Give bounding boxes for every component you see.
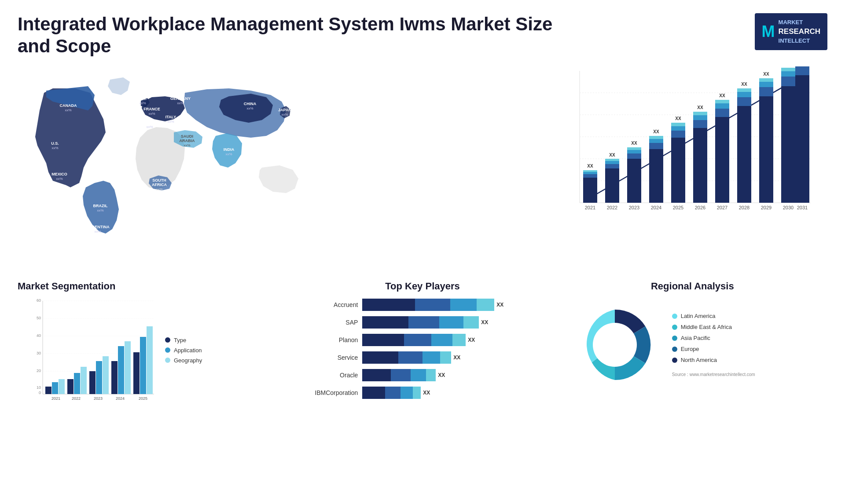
svg-rect-136 bbox=[140, 337, 146, 394]
kp-bar-sap: XX bbox=[362, 316, 544, 329]
key-players-list: Accruent XX SAP bbox=[301, 299, 544, 399]
svg-text:xx%: xx% bbox=[184, 143, 190, 147]
svg-rect-65 bbox=[671, 138, 685, 203]
seg-chart-svg: 60 50 40 30 20 10 0 bbox=[33, 296, 156, 402]
svg-text:xx%: xx% bbox=[225, 152, 232, 156]
kp-label-accruent: Accruent bbox=[301, 301, 358, 308]
svg-text:XX: XX bbox=[763, 72, 769, 77]
legend-geography: Geography bbox=[165, 357, 202, 364]
key-players-section: Top Key Players Accruent XX SAP bbox=[287, 276, 557, 491]
kp-row-oracle: Oracle XX bbox=[301, 369, 544, 381]
svg-text:xx%: xx% bbox=[167, 120, 174, 124]
kp-bar-accruent-inner bbox=[362, 299, 494, 311]
svg-rect-42 bbox=[583, 174, 597, 178]
regional-section: Regional Analysis bbox=[558, 276, 827, 491]
legend-geo-dot bbox=[165, 358, 170, 363]
kp-xx-ibm: XX bbox=[423, 390, 430, 396]
svg-rect-125 bbox=[81, 367, 87, 394]
svg-text:xx%: xx% bbox=[56, 177, 62, 181]
svg-rect-91 bbox=[759, 82, 773, 87]
kp-bar-service: XX bbox=[362, 351, 544, 364]
svg-text:XX: XX bbox=[587, 164, 593, 168]
kp-xx-service: XX bbox=[453, 354, 460, 361]
legend-mea-label: Middle East & Africa bbox=[681, 324, 732, 330]
svg-rect-123 bbox=[67, 379, 73, 394]
svg-rect-77 bbox=[715, 117, 729, 203]
legend-lat-am: Latin America bbox=[672, 313, 755, 319]
legend-app-label: Application bbox=[174, 347, 202, 354]
svg-text:xx%: xx% bbox=[156, 187, 162, 191]
svg-text:2024: 2024 bbox=[116, 396, 125, 401]
kp-label-ibm: IBMCorporation bbox=[301, 389, 358, 396]
svg-text:2022: 2022 bbox=[72, 396, 81, 401]
legend-type-dot bbox=[165, 337, 170, 343]
svg-rect-84 bbox=[737, 97, 751, 106]
svg-text:CHINA: CHINA bbox=[244, 102, 257, 106]
seg-chart-area: 60 50 40 30 20 10 0 bbox=[18, 296, 287, 404]
kp-label-service: Service bbox=[301, 354, 358, 361]
svg-text:2031: 2031 bbox=[797, 205, 807, 210]
svg-rect-80 bbox=[715, 100, 729, 103]
svg-text:10: 10 bbox=[37, 385, 41, 390]
svg-text:U.K.: U.K. bbox=[139, 96, 147, 101]
svg-text:SAUDI: SAUDI bbox=[181, 134, 193, 139]
svg-rect-50 bbox=[605, 159, 619, 161]
legend-app-dot bbox=[165, 347, 170, 353]
svg-rect-78 bbox=[715, 109, 729, 117]
svg-rect-43 bbox=[583, 172, 597, 174]
bar-chart-section: XX 2021 XX 2022 XX 2023 bbox=[558, 62, 827, 277]
svg-text:JAPAN: JAPAN bbox=[278, 108, 291, 112]
kp-bar-accruent: XX bbox=[362, 299, 544, 311]
svg-rect-86 bbox=[737, 88, 751, 92]
svg-text:xx%: xx% bbox=[94, 230, 101, 234]
svg-text:50: 50 bbox=[37, 316, 41, 320]
world-map: CANADA xx% U.S. xx% MEXICO xx% BRAZIL xx… bbox=[18, 66, 558, 234]
svg-text:CANADA: CANADA bbox=[60, 103, 77, 108]
svg-rect-119 bbox=[45, 387, 51, 394]
svg-text:2023: 2023 bbox=[628, 205, 639, 210]
svg-rect-62 bbox=[649, 136, 663, 139]
kp-xx-accruent: XX bbox=[496, 302, 503, 308]
logo-line3: INTELLECT bbox=[779, 37, 820, 45]
bar-chart-svg: XX 2021 XX 2022 XX 2023 bbox=[566, 66, 813, 229]
svg-text:xx%: xx% bbox=[148, 112, 155, 116]
svg-rect-59 bbox=[649, 149, 663, 203]
donut-chart-svg bbox=[566, 296, 663, 393]
svg-rect-135 bbox=[133, 352, 140, 394]
logo-letter: M bbox=[762, 21, 775, 43]
logo: M MARKET RESEARCH INTELLECT bbox=[755, 13, 827, 50]
svg-text:xx%: xx% bbox=[51, 146, 58, 150]
svg-rect-102 bbox=[795, 66, 809, 75]
legend-europe-dot bbox=[672, 347, 677, 352]
svg-text:0: 0 bbox=[39, 391, 41, 395]
kp-row-ibm: IBMCorporation XX bbox=[301, 387, 544, 399]
svg-text:xx%: xx% bbox=[65, 108, 71, 112]
svg-rect-54 bbox=[627, 153, 641, 159]
svg-text:XX: XX bbox=[609, 153, 615, 157]
legend-mea-dot bbox=[672, 325, 677, 330]
svg-text:xx%: xx% bbox=[281, 113, 288, 117]
svg-text:SOUTH: SOUTH bbox=[152, 178, 166, 183]
kp-xx-sap: XX bbox=[481, 319, 488, 325]
kp-bar-sap-inner bbox=[362, 316, 479, 329]
legend-type: Type bbox=[165, 337, 202, 343]
svg-text:2025: 2025 bbox=[139, 396, 147, 401]
svg-text:2022: 2022 bbox=[606, 205, 617, 210]
svg-text:20: 20 bbox=[37, 369, 41, 373]
legend-europe: Europe bbox=[672, 346, 755, 352]
svg-rect-127 bbox=[89, 371, 96, 394]
svg-text:ITALY: ITALY bbox=[165, 115, 176, 119]
seg-chart-wrapper: 60 50 40 30 20 10 0 bbox=[18, 296, 156, 404]
svg-text:XX: XX bbox=[697, 105, 703, 110]
svg-rect-79 bbox=[715, 103, 729, 109]
svg-text:XX: XX bbox=[719, 93, 725, 98]
svg-text:ARGENTINA: ARGENTINA bbox=[86, 225, 110, 229]
svg-rect-131 bbox=[111, 361, 118, 394]
svg-text:AFRICA: AFRICA bbox=[152, 183, 167, 187]
svg-rect-44 bbox=[583, 170, 597, 172]
kp-row-sap: SAP XX bbox=[301, 316, 544, 329]
kp-bar-ibm-inner bbox=[362, 387, 421, 399]
svg-rect-96 bbox=[781, 77, 795, 86]
kp-bar-oracle-inner bbox=[362, 369, 436, 381]
kp-bar-planon: XX bbox=[362, 334, 544, 346]
